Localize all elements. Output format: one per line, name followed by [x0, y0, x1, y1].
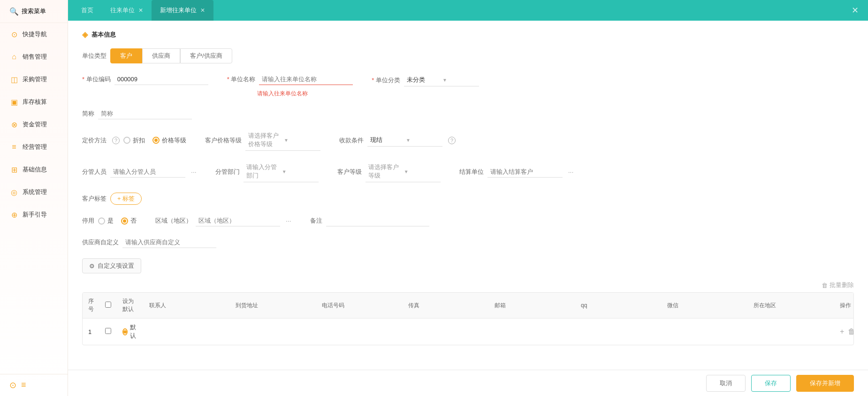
tab-home[interactable]: 首页 [73, 0, 102, 21]
unit-category-value: 未分类 [407, 76, 441, 84]
finance-icon: ⊗ [9, 120, 19, 129]
delete-row-icon[interactable]: 🗑 [848, 327, 854, 336]
settlement-more-icon[interactable]: ··· [568, 168, 574, 176]
supplier-custom-row: 供应商自定义 [82, 237, 854, 248]
payment-terms-arrow-icon: ▼ [406, 138, 440, 143]
select-all-checkbox[interactable] [105, 302, 111, 308]
tab-partner-list[interactable]: 往来单位 ✕ [102, 0, 152, 21]
department-select[interactable]: 请输入分管部门 ▼ [244, 161, 319, 182]
type-btn-supplier[interactable]: 供应商 [142, 48, 180, 63]
custom-settings-button[interactable]: ⚙ 自定义项设置 [82, 258, 141, 273]
batch-delete-button[interactable]: 🗑 批量删除 [822, 281, 854, 289]
default-radio[interactable]: 默认 [122, 323, 138, 340]
type-btn-customer[interactable]: 客户 [110, 48, 142, 63]
disable-radio-group: 是 否 [98, 217, 137, 225]
payment-help-icon[interactable]: ? [448, 137, 456, 144]
region-more-icon[interactable]: ··· [286, 217, 291, 225]
payment-terms-field: 收款条件 现结 ▼ ? [339, 134, 456, 147]
email-input[interactable] [495, 326, 570, 337]
unit-name-input[interactable] [259, 74, 353, 85]
tab-bar-close-button[interactable]: ✕ [847, 5, 863, 16]
tab-home-label: 首页 [81, 6, 93, 15]
unit-code-field: 单位编码 [82, 74, 208, 85]
sidebar-bottom-icon-1[interactable]: ⊙ [9, 380, 16, 390]
unit-type-field: 单位类型 客户 供应商 客户/供应商 [82, 48, 232, 63]
th-phone: 电话号码 [316, 293, 403, 318]
th-address: 到货地址 [230, 293, 316, 318]
supplier-custom-input[interactable] [122, 237, 216, 248]
table-row: 1 默认 [83, 318, 854, 345]
cell-wechat [662, 318, 748, 345]
save-button[interactable]: 保存 [751, 375, 791, 392]
payment-terms-label: 收款条件 [339, 136, 364, 145]
contact-input[interactable] [149, 326, 224, 337]
sales-icon: ⌂ [9, 52, 19, 62]
customer-level-select[interactable]: 请选择客户等级 ▼ [365, 161, 441, 182]
radio-price-level[interactable]: 价格等级 [152, 136, 186, 145]
radio-yes-label: 是 [107, 217, 114, 225]
add-row-icon[interactable]: + [840, 327, 844, 336]
sidebar-search-item[interactable]: 🔍 搜索菜单 [0, 0, 68, 23]
row-checkbox[interactable] [105, 328, 111, 334]
unit-category-select[interactable]: 未分类 ▼ [404, 74, 479, 86]
qq-input[interactable] [581, 326, 656, 337]
sidebar-item-label: 资金管理 [23, 120, 47, 129]
customer-price-level-select[interactable]: 请选择客户价格等级 ▼ [245, 130, 320, 151]
category-arrow-icon: ▼ [442, 78, 476, 83]
phone-input[interactable] [322, 326, 397, 337]
unit-category-field: 单位分类 未分类 ▼ [372, 74, 479, 86]
sidebar-item-guide[interactable]: ⊕ 新手引导 [0, 203, 68, 226]
radio-yes-circle [98, 217, 105, 225]
tab-partner-list-close[interactable]: ✕ [138, 7, 143, 14]
payment-terms-select[interactable]: 现结 ▼ [367, 134, 442, 147]
sidebar-item-quick-nav[interactable]: ⊙ 快捷导航 [0, 23, 68, 46]
sidebar-item-label: 快捷导航 [23, 30, 47, 39]
tab-partner-new[interactable]: 新增往来单位 ✕ [152, 0, 213, 21]
sidebar-bottom-icon-2[interactable]: ≡ [21, 380, 26, 390]
address-input[interactable] [236, 326, 311, 337]
sidebar-item-purchase[interactable]: ◫ 采购管理 [0, 68, 68, 91]
manager-more-icon[interactable]: ··· [191, 168, 197, 176]
notes-label: 备注 [310, 217, 322, 225]
sidebar-item-sales[interactable]: ⌂ 销售管理 [0, 46, 68, 68]
sidebar-item-finance[interactable]: ⊗ 资金管理 [0, 113, 68, 136]
manager-input[interactable] [110, 166, 185, 178]
pricing-method-label: 定价方法 [82, 136, 107, 145]
radio-disable-no[interactable]: 否 [121, 217, 137, 225]
pricing-method-field: 定价方法 ? 折扣 价格等级 [82, 136, 186, 145]
fax-input[interactable] [408, 326, 483, 337]
region-input[interactable] [196, 215, 280, 226]
cell-email [489, 318, 575, 345]
quick-nav-icon: ⊙ [9, 30, 19, 39]
region-cell-input[interactable] [754, 326, 829, 337]
cancel-button[interactable]: 取消 [706, 375, 746, 392]
sidebar-item-inventory[interactable]: ▣ 库存核算 [0, 91, 68, 113]
short-name-input[interactable] [98, 108, 192, 119]
tab-partner-new-close[interactable]: ✕ [200, 7, 205, 14]
price-level-arrow-icon: ▼ [284, 138, 318, 143]
radio-disable-yes[interactable]: 是 [98, 217, 114, 225]
customer-level-arrow-icon: ▼ [404, 169, 438, 174]
custom-settings-label: 自定义项设置 [98, 262, 134, 270]
search-icon: 🔍 [9, 7, 19, 16]
row-action-icons: + 🗑 [840, 327, 854, 336]
sidebar-item-operation[interactable]: ≡ 经营管理 [0, 136, 68, 158]
department-field: 分管部门 请输入分管部门 ▼ [215, 161, 319, 182]
contact-table-element: 序号 设为默认 联系人 到货地址 电话号码 传真 邮箱 qq 微信 所在地区 [83, 293, 854, 345]
pricing-help-icon[interactable]: ? [112, 137, 120, 144]
unit-code-input[interactable] [114, 74, 208, 85]
sidebar-search-label: 搜索菜单 [22, 7, 46, 16]
wechat-input[interactable] [667, 326, 742, 337]
unit-code-label: 单位编码 [82, 75, 111, 84]
th-default: 设为默认 [117, 293, 144, 318]
notes-input[interactable] [326, 215, 429, 226]
settlement-unit-input[interactable] [487, 166, 563, 178]
save-and-new-button[interactable]: 保存并新增 [796, 375, 854, 392]
radio-discount[interactable]: 折扣 [123, 136, 145, 145]
add-tag-button[interactable]: + 标签 [110, 193, 142, 205]
type-btn-both[interactable]: 客户/供应商 [180, 48, 232, 63]
sidebar-item-basic[interactable]: ⊞ 基础信息 [0, 158, 68, 181]
region-field: 区域（地区） ··· [155, 215, 291, 226]
cell-checkbox [99, 318, 117, 345]
sidebar-item-system[interactable]: ◎ 系统管理 [0, 181, 68, 203]
